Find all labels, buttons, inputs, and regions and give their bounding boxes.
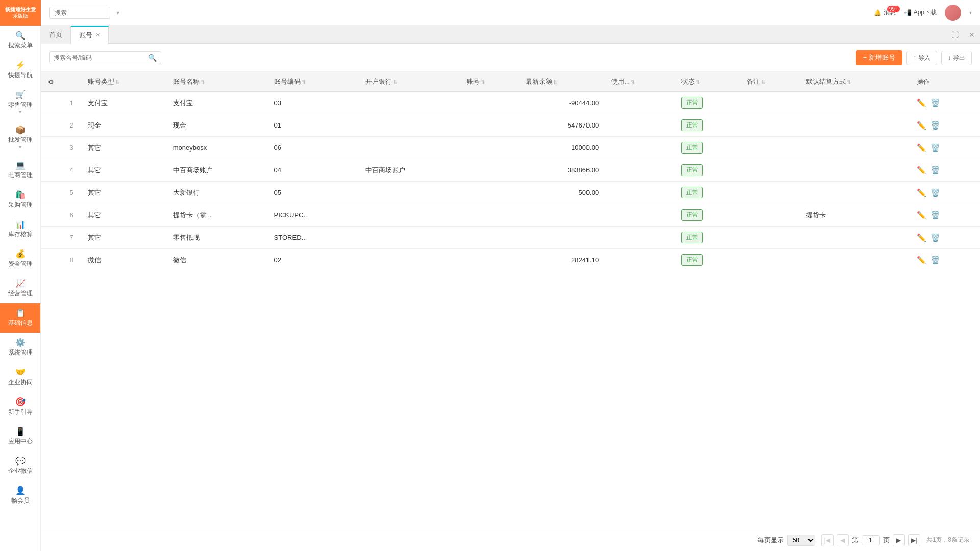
per-page-label: 每页显示 bbox=[757, 536, 784, 545]
last-page-button[interactable]: ▶| bbox=[908, 534, 920, 546]
th-remark[interactable]: 备注⇅ bbox=[741, 72, 800, 92]
row-code: PICKUPC... bbox=[268, 204, 360, 227]
sidebar-item-cooperation[interactable]: 🤝 企业协同 bbox=[0, 362, 40, 392]
page-number-input[interactable] bbox=[862, 535, 880, 545]
account-table: ⚙ 账号类型⇅ 账号名称⇅ 账号编码⇅ 开户银行⇅ 账号⇅ 最新余额⇅ 使用..… bbox=[41, 72, 980, 271]
sidebar-item-retail[interactable]: 🛒 零售管理 ▾ bbox=[0, 85, 40, 120]
row-balance: 500.00 bbox=[520, 182, 605, 204]
th-action: 操作 bbox=[911, 72, 980, 92]
tab-account[interactable]: 账号 ✕ bbox=[71, 26, 109, 44]
per-page-select[interactable]: 50 20 100 bbox=[787, 535, 815, 546]
sidebar-item-inventory[interactable]: 📊 库存核算 bbox=[0, 214, 40, 244]
sidebar-item-appcenter[interactable]: 📱 应用中心 bbox=[0, 421, 40, 451]
next-page-button[interactable]: ▶ bbox=[893, 534, 905, 546]
row-name: 零售抵现 bbox=[167, 227, 268, 249]
row-gear bbox=[41, 159, 61, 182]
table-row: 6 其它 提货卡（零... PICKUPC... 正常 提货卡 ✏️ 🗑️ bbox=[41, 204, 980, 227]
sidebar-logo: 畅捷通好生意 乐版版 bbox=[0, 0, 41, 26]
th-gear[interactable]: ⚙ bbox=[41, 72, 61, 92]
th-balance[interactable]: 最新余额⇅ bbox=[520, 72, 605, 92]
sidebar-item-quick[interactable]: ⚡ 快捷导航 bbox=[0, 55, 40, 85]
avatar[interactable] bbox=[945, 5, 961, 21]
search-icon[interactable]: 🔍 bbox=[148, 54, 157, 62]
sidebar-item-purchase[interactable]: 🛍️ 采购管理 bbox=[0, 185, 40, 214]
row-usage bbox=[605, 114, 675, 137]
delete-icon[interactable]: 🗑️ bbox=[930, 233, 940, 242]
sidebar-item-wholesale[interactable]: 📦 批发管理 ▾ bbox=[0, 120, 40, 155]
delete-icon[interactable]: 🗑️ bbox=[930, 166, 940, 175]
th-bank[interactable]: 开户银行⇅ bbox=[359, 72, 460, 92]
edit-icon[interactable]: ✏️ bbox=[917, 256, 926, 265]
tab-close-icon[interactable]: ✕ bbox=[95, 32, 100, 38]
first-page-button[interactable]: |◀ bbox=[821, 534, 834, 546]
row-balance bbox=[520, 227, 605, 249]
sidebar-item-system[interactable]: ⚙️ 系统管理 bbox=[0, 333, 40, 362]
page-label: 第 bbox=[852, 536, 859, 545]
edit-icon[interactable]: ✏️ bbox=[917, 143, 926, 153]
prev-page-button[interactable]: ◀ bbox=[837, 534, 849, 546]
row-account bbox=[460, 114, 520, 137]
row-account bbox=[460, 92, 520, 114]
row-type: 其它 bbox=[82, 137, 167, 159]
row-name: 微信 bbox=[167, 249, 268, 271]
sidebar-item-member[interactable]: 👤 畅会员 bbox=[0, 481, 40, 510]
edit-icon[interactable]: ✏️ bbox=[917, 98, 926, 108]
delete-icon[interactable]: 🗑️ bbox=[930, 256, 940, 265]
row-bank bbox=[359, 92, 460, 114]
sidebar-item-basic[interactable]: 📋 基础信息 bbox=[0, 303, 40, 333]
row-balance: -90444.00 bbox=[520, 92, 605, 114]
import-button[interactable]: ↑ 导入 bbox=[906, 51, 937, 65]
th-type[interactable]: 账号类型⇅ bbox=[82, 72, 167, 92]
delete-icon[interactable]: 🗑️ bbox=[930, 188, 940, 197]
row-gear bbox=[41, 227, 61, 249]
row-status: 正常 bbox=[675, 114, 741, 137]
sidebar-item-wechat[interactable]: 💬 企业微信 bbox=[0, 451, 40, 481]
search-input[interactable] bbox=[54, 54, 148, 61]
delete-icon[interactable]: 🗑️ bbox=[930, 211, 940, 220]
tab-close-all[interactable]: ✕ bbox=[964, 31, 980, 39]
sidebar-item-guide[interactable]: 🎯 新手引导 bbox=[0, 392, 40, 421]
edit-icon[interactable]: ✏️ bbox=[917, 121, 926, 130]
th-account[interactable]: 账号⇅ bbox=[460, 72, 520, 92]
tab-expand-button[interactable]: ⛶ bbox=[946, 31, 964, 39]
row-actions: ✏️ 🗑️ bbox=[911, 182, 980, 204]
box-icon: 📦 bbox=[15, 125, 26, 135]
page-unit: 页 bbox=[883, 536, 890, 545]
clipboard-icon: 📋 bbox=[15, 308, 26, 318]
row-bank bbox=[359, 227, 460, 249]
tab-home[interactable]: 首页 bbox=[41, 26, 71, 44]
sidebar-item-operations[interactable]: 📈 经营管理 bbox=[0, 273, 40, 303]
sidebar-item-label: 库存核算 bbox=[8, 230, 33, 239]
row-code: 05 bbox=[268, 182, 360, 204]
delete-icon[interactable]: 🗑️ bbox=[930, 121, 940, 130]
edit-icon[interactable]: ✏️ bbox=[917, 211, 926, 220]
edit-icon[interactable]: ✏️ bbox=[917, 166, 926, 175]
th-usage[interactable]: 使用...⇅ bbox=[605, 72, 675, 92]
sidebar-item-label: 采购管理 bbox=[8, 201, 33, 209]
th-default-settle[interactable]: 默认结算方式⇅ bbox=[800, 72, 911, 92]
edit-icon[interactable]: ✏️ bbox=[917, 188, 926, 197]
th-code[interactable]: 账号编码⇅ bbox=[268, 72, 360, 92]
message-badge: 99+ bbox=[887, 6, 900, 12]
delete-icon[interactable]: 🗑️ bbox=[930, 143, 940, 153]
sidebar-item-ecommerce[interactable]: 💻 电商管理 bbox=[0, 155, 40, 185]
th-status[interactable]: 状态⇅ bbox=[675, 72, 741, 92]
export-button[interactable]: ↓ 导出 bbox=[941, 51, 972, 65]
message-button[interactable]: 🔔 消息 99+ bbox=[874, 8, 896, 17]
sidebar-item-finance[interactable]: 💰 资金管理 bbox=[0, 244, 40, 273]
table-row: 1 支付宝 支付宝 03 -90444.00 正常 ✏️ 🗑️ bbox=[41, 92, 980, 114]
row-usage bbox=[605, 182, 675, 204]
sidebar-item-search[interactable]: 🔍 搜索菜单 bbox=[0, 26, 40, 55]
th-name[interactable]: 账号名称⇅ bbox=[167, 72, 268, 92]
edit-icon[interactable]: ✏️ bbox=[917, 233, 926, 242]
delete-icon[interactable]: 🗑️ bbox=[930, 98, 940, 108]
add-account-button[interactable]: + 新增账号 bbox=[856, 50, 902, 65]
row-code: 04 bbox=[268, 159, 360, 182]
row-default-settle bbox=[800, 227, 911, 249]
app-download-button[interactable]: 📲 App下载 bbox=[904, 8, 937, 17]
topbar: ▾ 🔔 消息 99+ 📲 App下载 ▾ bbox=[41, 0, 980, 26]
content-area: 🔍 + 新增账号 ↑ 导入 ↓ 导出 ⚙ bbox=[41, 44, 980, 551]
search-icon: 🔍 bbox=[15, 31, 26, 40]
topbar-search-input[interactable] bbox=[49, 7, 110, 19]
money-icon: 💰 bbox=[15, 249, 26, 259]
